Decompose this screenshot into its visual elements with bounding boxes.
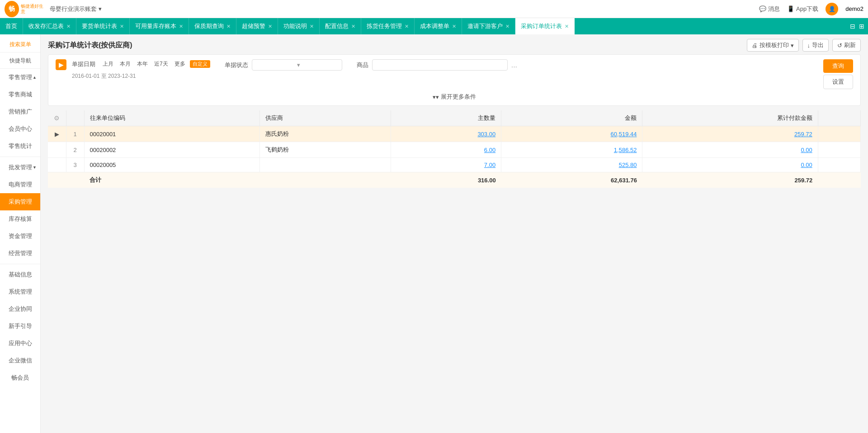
row2-settings [48, 142, 66, 158]
filter-main: ▶ 单据日期 上月 本月 本年 近7天 更多 自定义 2016-01-01 [56, 59, 853, 89]
tab-cost-adjust[interactable]: 成本调整单 ✕ [415, 18, 462, 34]
col-extra [818, 110, 860, 126]
footer-seq [66, 172, 84, 188]
refresh-button[interactable]: ↺ 刷新 [832, 39, 861, 52]
close-icon[interactable]: ✕ [268, 24, 272, 29]
sidebar-nav[interactable]: 快捷导航 [0, 54, 40, 69]
sidebar-item-marketing[interactable]: 营销推广 [0, 103, 40, 120]
sidebar-item-retail-mgmt[interactable]: 零售管理 [0, 69, 40, 86]
filter-toggle[interactable]: ▶ [56, 59, 66, 70]
sidebar-item-system-mgmt[interactable]: 系统管理 [0, 283, 40, 300]
row2-amount[interactable]: 1,586.52 [501, 142, 642, 158]
sidebar-item-new-guide[interactable]: 新手引导 [0, 318, 40, 335]
row-expand-icon[interactable]: ▶ [55, 131, 59, 138]
close-icon[interactable]: ✕ [120, 24, 124, 29]
footer-label: 合计 [84, 172, 391, 188]
row3-supplier [259, 158, 391, 172]
top-bar-right: 💬 消息 📱 App下载 👤 demo2 [759, 3, 863, 15]
close-icon[interactable]: ✕ [351, 24, 355, 29]
close-icon[interactable]: ✕ [505, 24, 509, 29]
nav-tabs: 首页 收发存汇总表 ✕ 要货单统计表 ✕ 可用量库存账本 ✕ 保质期查询 ✕ 超… [0, 18, 868, 34]
row1-amount[interactable]: 60,519.44 [501, 126, 642, 142]
date-last-month[interactable]: 上月 [101, 59, 115, 69]
sidebar-item-finance[interactable]: 资金管理 [0, 228, 40, 245]
footer-settings [48, 172, 66, 188]
product-input[interactable] [376, 62, 504, 68]
message-button[interactable]: 💬 消息 [759, 5, 780, 13]
date-this-month[interactable]: 本月 [118, 59, 132, 69]
template-print-button[interactable]: 🖨 按模板打印 ▾ [747, 39, 799, 52]
data-table: ⚙ 往来单位编码 供应商 主数量 金额 累计付款金额 ▶ [48, 110, 861, 188]
row2-main-qty[interactable]: 6.00 [391, 142, 501, 158]
sidebar-item-member-center[interactable]: 会员中心 [0, 120, 40, 138]
avatar[interactable]: 👤 [826, 3, 838, 15]
close-icon[interactable]: ✕ [405, 24, 409, 29]
row1-paid-amount[interactable]: 259.72 [642, 126, 818, 142]
row3-main-qty[interactable]: 7.00 [391, 158, 501, 172]
footer-paid-amount: 259.72 [642, 172, 818, 188]
product-input-container [372, 59, 508, 71]
sidebar-item-enterprise-collab[interactable]: 企业协同 [0, 300, 40, 318]
tab-purchase-stats[interactable]: 采购订单统计表 ✕ [515, 18, 575, 34]
tab-usable-stock[interactable]: 可用量库存账本 ✕ [130, 18, 189, 34]
tab-order-stats[interactable]: 要货单统计表 ✕ [76, 18, 130, 34]
sidebar-item-stock-check[interactable]: 库存核算 [0, 210, 40, 228]
date-custom-badge[interactable]: 自定义 [190, 60, 210, 68]
tab-config-info[interactable]: 配置信息 ✕ [320, 18, 361, 34]
chevron-down-icon: ▾ [99, 5, 102, 12]
date-shortcuts: 上月 本月 本年 近7天 更多 自定义 [101, 59, 210, 69]
tab-function-desc[interactable]: 功能说明 ✕ [278, 18, 320, 34]
col-settings: ⚙ [48, 110, 66, 126]
expand-conditions-button[interactable]: ▾▾ 展开更多条件 [433, 93, 476, 101]
sidebar-item-ops-mgmt[interactable]: 经营管理 [0, 245, 40, 262]
workspace-selector[interactable]: 母婴行业演示账套 ▾ [50, 5, 759, 13]
refresh-icon: ↺ [837, 42, 842, 49]
sidebar-item-app-center[interactable]: 应用中心 [0, 335, 40, 352]
close-icon[interactable]: ✕ [310, 24, 314, 29]
app-download-button[interactable]: 📱 App下载 [787, 5, 818, 13]
more-conditions-icon[interactable]: ... [511, 61, 517, 69]
tab-expiry[interactable]: 保质期查询 ✕ [189, 18, 236, 34]
tab-pick-task[interactable]: 拣货任务管理 ✕ [361, 18, 415, 34]
tab-overstock[interactable]: 超储预警 ✕ [236, 18, 278, 34]
close-icon[interactable]: ✕ [179, 24, 183, 29]
tab-invite-downstream[interactable]: 邀请下游客户 ✕ [462, 18, 515, 34]
status-select[interactable]: ▾ [252, 59, 342, 71]
layout: 搜索菜单 快捷导航 零售管理 零售商城 营销推广 会员中心 零售统计 批发管理 … [0, 34, 868, 433]
row1-supplier: 惠氏奶粉 [259, 126, 391, 142]
sidebar-item-member[interactable]: 畅会员 [0, 369, 40, 386]
column-settings-icon[interactable]: ⚙ [54, 114, 60, 122]
page-actions: 🖨 按模板打印 ▾ ↓ 导出 ↺ 刷新 [747, 39, 861, 52]
row2-seq: 2 [66, 142, 84, 158]
page-title: 采购订单统计表(按供应商) [48, 41, 132, 50]
close-icon[interactable]: ✕ [565, 24, 569, 29]
row3-amount[interactable]: 525.80 [501, 158, 642, 172]
sidebar-item-retail-stats[interactable]: 零售统计 [0, 138, 40, 155]
close-icon[interactable]: ✕ [66, 24, 71, 29]
row3-paid-amount[interactable]: 0.00 [642, 158, 818, 172]
sidebar-item-purchase-mgmt[interactable]: 采购管理 [0, 193, 40, 210]
sidebar-item-ecommerce[interactable]: 电商管理 [0, 176, 40, 193]
date-more[interactable]: 更多 [173, 59, 187, 69]
tab-home[interactable]: 首页 [0, 18, 23, 34]
window-minimize-icon[interactable]: ⊟ [850, 23, 855, 30]
settings-button[interactable]: 设置 [823, 75, 853, 89]
download-icon: 📱 [787, 5, 794, 12]
sidebar-divider2 [0, 264, 40, 264]
date-7days[interactable]: 近7天 [152, 59, 170, 69]
sidebar-item-wholesale-mgmt[interactable]: 批发管理 [0, 159, 40, 176]
close-icon[interactable]: ✕ [452, 24, 456, 29]
sidebar-search[interactable]: 搜索菜单 [0, 38, 40, 52]
sidebar-item-retail-mall[interactable]: 零售商城 [0, 86, 40, 103]
sidebar-item-basic-info[interactable]: 基础信息 [0, 266, 40, 283]
window-maximize-icon[interactable]: ⊞ [859, 23, 864, 30]
close-icon[interactable]: ✕ [226, 24, 231, 29]
sidebar-item-enterprise-wechat[interactable]: 企业微信 [0, 352, 40, 369]
tab-receive-send[interactable]: 收发存汇总表 ✕ [23, 18, 76, 34]
query-button[interactable]: 查询 [823, 59, 853, 73]
row2-paid-amount[interactable]: 0.00 [642, 142, 818, 158]
export-button[interactable]: ↓ 导出 [802, 39, 829, 52]
row1-main-qty[interactable]: 303.00 [391, 126, 501, 142]
date-this-year[interactable]: 本年 [135, 59, 150, 69]
nav-tabs-actions: ⊟ ⊞ [850, 23, 868, 30]
